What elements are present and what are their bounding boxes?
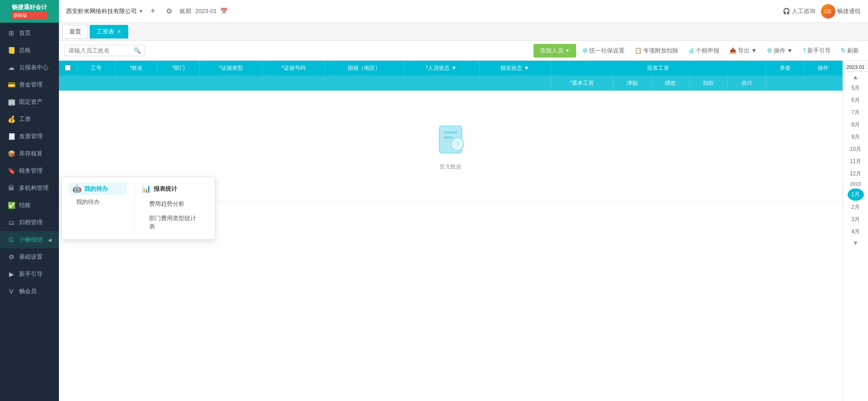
sidebar-item-ledger[interactable]: 📒 总账: [0, 42, 59, 59]
add-employee-button[interactable]: 添加人员 ▼: [533, 44, 576, 58]
popup-col1-header: 🤖 我的待办: [69, 183, 127, 195]
sidebar-label-salary: 工资: [19, 115, 31, 123]
sidebar-item-salary[interactable]: 💰 工资: [0, 111, 59, 128]
popup-item-cost-trend[interactable]: 费用趋势分析: [142, 197, 208, 211]
guide-action[interactable]: ? 新手引导: [799, 45, 834, 57]
date-month-8[interactable]: 8月: [843, 119, 868, 131]
sidebar-item-tax[interactable]: 🔖 税务管理: [0, 162, 59, 179]
popup-col2-title: 报表统计: [154, 185, 177, 193]
sidebar-icon-invoice: 🧾: [7, 132, 15, 140]
tab-home[interactable]: 首页: [63, 25, 88, 39]
sidebar-item-xiaochang[interactable]: G 小畅报销 ◀: [0, 231, 59, 248]
sidebar-icon-guide: ▶: [7, 270, 15, 278]
scroll-down-button[interactable]: ▼: [851, 238, 860, 248]
date-month-2[interactable]: 2月: [843, 201, 868, 213]
sidebar-item-basic[interactable]: ⚙ 基础设置: [0, 248, 59, 266]
select-all-checkbox[interactable]: [65, 65, 71, 71]
search-input[interactable]: [68, 47, 132, 54]
th-spacer: [59, 76, 551, 91]
date-month-7[interactable]: 7月: [843, 106, 868, 119]
popup-body: 🤖 我的待办 我的待办 📊 报表统计 费用趋势分析 部门费用类型统计表: [62, 183, 215, 234]
scroll-up-button[interactable]: ▲: [851, 72, 860, 82]
refresh-action[interactable]: ↻ 刷新: [837, 45, 863, 57]
sidebar-item-cloud-report[interactable]: ☁ 云报表中心: [0, 59, 59, 76]
sidebar-label-cloud-report: 云报表中心: [19, 63, 48, 72]
refresh-icon: ↻: [841, 47, 846, 54]
sidebar-item-invoice[interactable]: 🧾 发票管理: [0, 128, 59, 145]
date-panel-header: 2023.01: [843, 63, 868, 72]
settings-header-button[interactable]: ⚙: [162, 5, 176, 17]
chevron-down-icon: ▼: [139, 9, 143, 14]
guide-label: 新手引导: [807, 47, 831, 55]
empty-text: 暂无数据: [440, 163, 461, 171]
tax-report-action[interactable]: 🖨 个税申报: [685, 45, 723, 57]
sidebar-item-checkout[interactable]: ✅ 结账: [0, 197, 59, 214]
date-month-11[interactable]: 11月: [843, 155, 868, 168]
add-header-button[interactable]: +: [147, 5, 159, 18]
operation-icon: ⚙: [767, 47, 772, 54]
th-operation: 操作: [804, 61, 842, 76]
date-month-6[interactable]: 6月: [843, 94, 868, 106]
sidebar-item-home[interactable]: ⊞ 首页: [0, 24, 59, 42]
popup-col-2: 📊 报表统计 费用趋势分析 部门费用类型统计表: [135, 183, 215, 234]
tab-salary[interactable]: 工资表 ✕: [90, 25, 128, 39]
search-box: 🔍: [64, 45, 145, 56]
date-month-10[interactable]: 10月: [843, 143, 868, 155]
dropdown-popup: 🤖 我的待办 我的待办 📊 报表统计 费用趋势分析 部门费用类型统计表: [61, 177, 215, 240]
tab-salary-label: 工资表: [97, 28, 114, 36]
sidebar-item-asset[interactable]: 🏢 固定资产: [0, 93, 59, 111]
sidebar-item-archive[interactable]: 🗂 归档管理: [0, 214, 59, 231]
close-icon[interactable]: ✕: [117, 29, 121, 35]
th-status: *人员状态 ▼: [404, 61, 480, 76]
tabs-bar: 首页 工资表 ✕: [59, 23, 868, 41]
social-insurance-action[interactable]: ⚙ 统一社保设置: [579, 45, 628, 57]
date-month-5[interactable]: 5月: [843, 82, 868, 94]
calendar-icon[interactable]: 📅: [220, 8, 228, 14]
customer-service[interactable]: 🎧 人工咨询: [783, 7, 815, 15]
tax-deduct-action[interactable]: 📋 专项附加扣除: [631, 45, 682, 57]
th-check: [59, 61, 77, 76]
date-month-9[interactable]: 9月: [843, 131, 868, 143]
refresh-label: 刷新: [847, 47, 859, 55]
date-month-1-active[interactable]: 1月: [848, 188, 864, 201]
tax-deduct-icon: 📋: [635, 47, 642, 54]
sidebar-icon-ledger: 📒: [7, 46, 15, 54]
sidebar-item-multiorg[interactable]: 🏛 多机构管理: [0, 179, 59, 197]
add-employee-label: 添加人员: [540, 47, 563, 55]
toolbar-right: 添加人员 ▼ ⚙ 统一社保设置 📋 专项附加扣除 🖨 个税申报 📤 导出 ▼ ⚙…: [533, 44, 863, 58]
date-month-3[interactable]: 3月: [843, 213, 868, 226]
sidebar-item-fund[interactable]: 💳 资金管理: [0, 76, 59, 93]
avatar: CE: [821, 4, 835, 19]
sidebar-item-inventory[interactable]: 📦 库存核算: [0, 145, 59, 162]
popup-item-todo[interactable]: 我的待办: [69, 195, 127, 209]
date-panel: 2023.01 ▲ 5月 6月 7月 8月 9月 10月 11月 12月 202…: [843, 61, 868, 401]
app-badge: 旗舰版: [12, 12, 47, 19]
company-name: 西安虾米网络科技有限公司: [66, 7, 137, 15]
date-month-12[interactable]: 12月: [843, 168, 868, 180]
sidebar-item-guide[interactable]: ▶ 新手引导: [0, 266, 59, 283]
date-month-4[interactable]: 4月: [843, 226, 868, 238]
sidebar-icon-archive: 🗂: [7, 218, 15, 227]
th-employee-no: 工号: [77, 61, 115, 76]
popup-col-1: 🤖 我的待办 我的待办: [62, 183, 134, 234]
add-dropdown-arrow: ▼: [565, 48, 570, 53]
operation-action[interactable]: ⚙ 操作 ▼: [763, 45, 796, 57]
sidebar-item-member[interactable]: V 畅会员: [0, 283, 59, 300]
sidebar-label-multiorg: 多机构管理: [19, 184, 48, 192]
sidebar-icon-asset: 🏢: [7, 98, 15, 106]
svg-rect-2: [444, 136, 453, 139]
sidebar-label-checkout: 结账: [19, 201, 31, 209]
th-name: *姓名: [115, 61, 157, 76]
filter-report-icon[interactable]: ▼: [524, 65, 529, 71]
svg-text:?: ?: [456, 140, 459, 148]
headphone-icon: 🎧: [783, 8, 790, 14]
export-action[interactable]: 📤 导出 ▼: [726, 45, 761, 57]
filter-icon[interactable]: ▼: [451, 65, 457, 71]
header: 西安虾米网络科技有限公司 ▼ + ⚙ 账期 2023-01 📅 🎧 人工咨询 C…: [59, 0, 868, 23]
th-allowance: 津贴: [613, 76, 651, 91]
sidebar-label-guide: 新手引导: [19, 270, 43, 278]
user-profile[interactable]: CE 畅捷通组: [821, 4, 861, 19]
popup-item-dept-cost[interactable]: 部门费用类型统计表: [142, 211, 208, 234]
th-pension: 养老: [766, 61, 804, 76]
company-selector[interactable]: 西安虾米网络科技有限公司 ▼: [66, 7, 143, 15]
